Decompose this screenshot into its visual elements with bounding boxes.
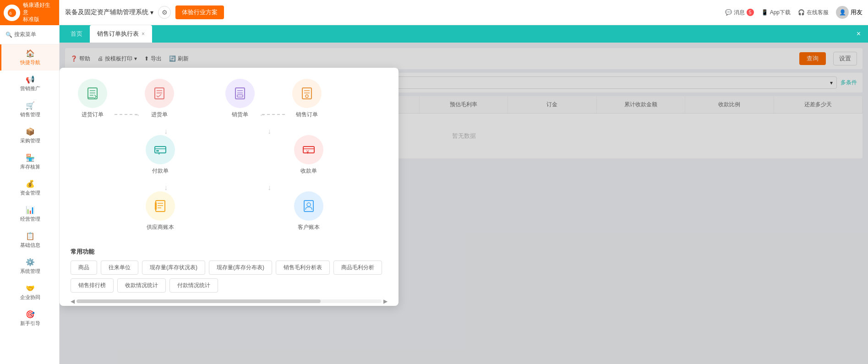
fn-btn-stock-status[interactable]: 现存量(库存状况表) xyxy=(142,261,205,275)
sidebar-logo: 6 畅康通好生意 标准版 xyxy=(0,0,59,25)
fn-btn-stock-dist[interactable]: 现存量(库存分布表) xyxy=(209,261,272,275)
search-menu-button[interactable]: 🔍 搜索菜单 xyxy=(4,29,55,40)
settings-gear-button[interactable]: ⚙ xyxy=(158,6,171,19)
flow-node-payment-bill[interactable]: ¥ 付款单 xyxy=(146,135,175,175)
purchase-bill-circle[interactable] xyxy=(145,79,174,108)
logo-text: 畅康通好生意 标准版 xyxy=(23,2,55,23)
fn-btn-receipt-stats[interactable]: 收款情况统计 xyxy=(117,278,166,293)
user-menu-button[interactable]: 👤 用友 xyxy=(836,6,863,19)
sidebar-item-basic-info[interactable]: 📋 基础信息 xyxy=(0,227,59,253)
supplier-ledger-label: 供应商账本 xyxy=(147,223,174,231)
sales-bill-label: 销货单 xyxy=(232,111,248,119)
flow-node-purchase-bill[interactable]: 进货单 xyxy=(145,79,174,119)
flow-node-supplier-ledger[interactable]: 供应商账本 xyxy=(146,191,175,231)
common-functions-section: 常用功能 商品 往来单位 现存量(库存状况表) 现存量(库存分布表) 销售毛利分… xyxy=(71,248,388,293)
enterprise-icon: 🤝 xyxy=(26,284,35,293)
svg-text:6: 6 xyxy=(9,11,11,15)
supplier-ledger-circle[interactable] xyxy=(146,191,175,221)
finance-icon: 💰 xyxy=(26,179,35,188)
scrollbar-left-arrow[interactable]: ◀ xyxy=(71,298,75,304)
fn-btn-sales-gross-analysis[interactable]: 销售毛利分析表 xyxy=(276,261,330,275)
system-title-text: 装备及固定资产辅助管理系统 xyxy=(65,8,148,16)
flow-node-receipt-bill[interactable]: ¥ 收款单 xyxy=(294,135,323,175)
tabbar: 首页 销售订单执行表 × × xyxy=(60,25,868,43)
fn-btn-sales-ranking[interactable]: 销售排行榜 xyxy=(71,278,114,293)
online-service-button[interactable]: 🎧 在线客服 xyxy=(798,9,829,16)
operation-icon: 📊 xyxy=(26,206,35,214)
sidebar-item-enterprise[interactable]: 🤝 企业协同 xyxy=(0,279,59,305)
search-icon: 🔍 xyxy=(5,32,12,38)
modal-overlay[interactable]: 进货订单 → 进货单 xyxy=(60,43,868,364)
avatar: 👤 xyxy=(836,6,849,19)
tab-sales-exec[interactable]: 销售订单执行表 × xyxy=(90,25,152,43)
common-functions-title: 常用功能 xyxy=(71,248,388,256)
message-icon: 💬 xyxy=(725,9,732,16)
sidebar-item-newbie[interactable]: 🎯 新手引导 xyxy=(0,305,59,331)
topbar: 装备及固定资产辅助管理系统 ▾ ⚙ 体验行业方案 💬 消息 5 📱 App下载 … xyxy=(60,0,868,25)
sidebar-item-finance[interactable]: 💰 资金管理 xyxy=(0,175,59,201)
sidebar: 6 畅康通好生意 标准版 🔍 搜索菜单 🏠 快捷导航 📢 营销推广 xyxy=(0,0,60,364)
logo-icon: 6 xyxy=(4,5,20,21)
sidebar-item-operation[interactable]: 📊 经营管理 xyxy=(0,201,59,227)
fn-btn-goods[interactable]: 商品 xyxy=(71,261,97,275)
svg-rect-25 xyxy=(155,202,157,210)
system-icon: ⚙️ xyxy=(26,258,35,266)
marketing-icon: 📢 xyxy=(26,75,35,84)
scrollbar-right-arrow[interactable]: ▶ xyxy=(383,298,388,304)
customer-ledger-circle[interactable] xyxy=(294,191,323,221)
content-area: ❓ 帮助 🖨 按模板打印 ▾ ⬆ 导出 🔄 刷新 查询 设置 xyxy=(60,43,868,364)
basic-info-icon: 📋 xyxy=(26,232,35,240)
function-btns-row2: 销售排行榜 收款情况统计 付款情况统计 xyxy=(71,278,388,293)
purchase-bill-label: 进货单 xyxy=(151,111,168,119)
fn-btn-payment-stats[interactable]: 付款情况统计 xyxy=(169,278,218,293)
home-icon: 🏠 xyxy=(26,49,35,58)
svg-rect-24 xyxy=(156,201,165,212)
trial-btn[interactable]: 体验行业方案 xyxy=(175,5,224,19)
download-icon: 📱 xyxy=(761,9,768,16)
scrollbar-thumb xyxy=(76,299,321,303)
fn-btn-goods-gross-analysis[interactable]: 商品毛利分析 xyxy=(333,261,382,275)
svg-point-30 xyxy=(307,203,311,206)
headset-icon: 🎧 xyxy=(798,9,805,16)
svg-point-0 xyxy=(8,8,16,16)
app-download-button[interactable]: 📱 App下载 xyxy=(761,9,791,16)
svg-rect-12 xyxy=(237,95,243,97)
sales-order-circle[interactable] xyxy=(292,79,322,108)
chevron-down-icon: ▾ xyxy=(150,9,153,16)
sidebar-item-quick-guide[interactable]: 🏠 快捷导航 xyxy=(0,44,59,71)
scrollbar-track[interactable] xyxy=(76,299,382,303)
flow-node-customer-ledger[interactable]: 客户账本 xyxy=(294,191,323,231)
customer-ledger-label: 客户账本 xyxy=(298,223,320,231)
system-title-dropdown[interactable]: 装备及固定资产辅助管理系统 ▾ xyxy=(65,8,153,16)
sidebar-item-inventory[interactable]: 🏪 库存核算 xyxy=(0,149,59,175)
svg-point-16 xyxy=(306,95,308,98)
sales-bill-circle[interactable] xyxy=(225,79,255,108)
sales-icon: 🛒 xyxy=(26,101,35,110)
tab-close-icon[interactable]: × xyxy=(142,31,145,37)
sidebar-item-sales[interactable]: 🛒 销售管理 xyxy=(0,97,59,123)
purchase-order-label: 进货订单 xyxy=(82,111,104,119)
fn-btn-partner[interactable]: 往来单位 xyxy=(101,261,138,275)
quick-guide-modal: 进货订单 → 进货单 xyxy=(60,68,399,306)
tab-home[interactable]: 首页 xyxy=(63,25,90,43)
flow-node-purchase-order[interactable]: 进货订单 xyxy=(78,79,107,119)
sidebar-item-system[interactable]: ⚙️ 系统管理 xyxy=(0,253,59,279)
receipt-bill-label: 收款单 xyxy=(300,167,317,175)
sidebar-item-purchase[interactable]: 📦 采购管理 xyxy=(0,123,59,149)
newbie-icon: 🎯 xyxy=(26,310,35,319)
main-area: 装备及固定资产辅助管理系统 ▾ ⚙ 体验行业方案 💬 消息 5 📱 App下载 … xyxy=(60,0,868,364)
message-button[interactable]: 💬 消息 5 xyxy=(725,9,754,16)
function-btns-row1: 商品 往来单位 现存量(库存状况表) 现存量(库存分布表) 销售毛利分析表 商品… xyxy=(71,261,388,275)
tabbar-close-button[interactable]: × xyxy=(853,30,864,38)
message-badge: 5 xyxy=(747,9,754,16)
sidebar-search-area: 🔍 搜索菜单 xyxy=(0,25,59,44)
sales-order-label: 销售订单 xyxy=(296,111,318,119)
purchase-order-circle[interactable] xyxy=(78,79,107,108)
flow-node-sales-bill[interactable]: 销货单 xyxy=(225,79,255,119)
inventory-icon: 🏪 xyxy=(26,153,35,162)
payment-bill-label: 付款单 xyxy=(152,167,169,175)
sidebar-item-marketing[interactable]: 📢 营销推广 xyxy=(0,71,59,97)
payment-bill-circle[interactable]: ¥ xyxy=(146,135,175,164)
flow-node-sales-order[interactable]: 销售订单 xyxy=(292,79,322,119)
receipt-bill-circle[interactable]: ¥ xyxy=(294,135,323,164)
